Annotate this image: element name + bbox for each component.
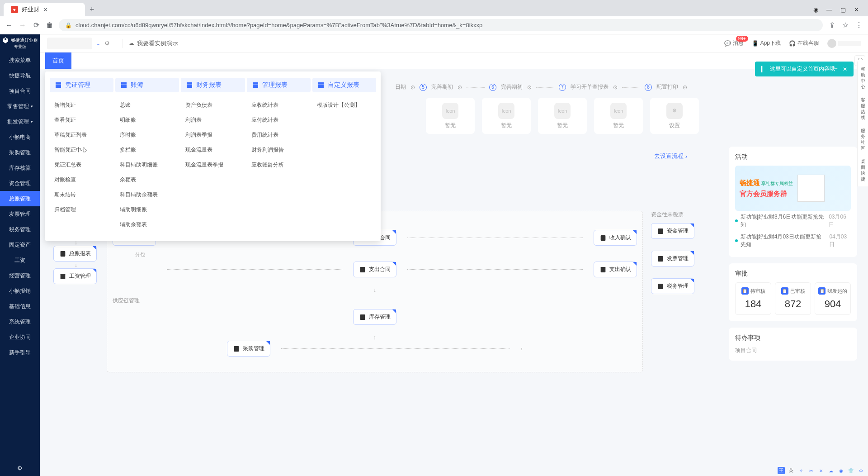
browser-tab[interactable]: ♥ 好业财 ✕ [4, 3, 85, 16]
star-icon[interactable]: ☆ [841, 21, 850, 29]
sidebar-item[interactable]: 小畅报销 [0, 283, 40, 299]
mega-category-header[interactable]: 自定义报表 [312, 78, 376, 92]
flow-node-tax-mgmt[interactable]: 税务管理 [651, 278, 694, 294]
url-input[interactable]: 🔒 cloud.chanjet.com/cc/u6d89qwnryel/57bf… [59, 19, 823, 31]
customer-service-button[interactable]: 🎧 在线客服 [789, 39, 819, 47]
user-menu[interactable] [827, 39, 861, 48]
tip-close-icon[interactable]: ✕ [843, 66, 847, 72]
tray-icon[interactable]: ◉ [837, 467, 844, 474]
brand-logo[interactable]: 畅捷通好业财 专业版 [0, 34, 40, 52]
org-selector[interactable]: ⌄ ⚙ [40, 38, 117, 49]
mega-menu-item[interactable]: 明细账 [115, 113, 179, 128]
close-window-icon[interactable]: ✕ [854, 6, 859, 13]
mega-menu-item[interactable]: 资产负债表 [181, 98, 245, 113]
gear-icon[interactable]: ⚙ [104, 40, 110, 47]
mega-menu-item[interactable]: 查看凭证 [50, 113, 113, 128]
sidebar-item[interactable]: 批发管理▾ [0, 114, 40, 129]
sidebar-item[interactable]: 采购管理 [0, 145, 40, 160]
mega-menu-item[interactable]: 新增凭证 [50, 98, 113, 113]
mega-menu-item[interactable]: 利润表季报 [181, 128, 245, 143]
forward-icon[interactable]: → [18, 21, 27, 29]
sidebar-item[interactable]: 企业协同 [0, 329, 40, 345]
mega-menu-item[interactable]: 财务利润报告 [247, 143, 311, 157]
sidebar-item[interactable]: 项目合同 [0, 83, 40, 99]
tray-icon[interactable]: ✧ [797, 467, 805, 474]
app-download-button[interactable]: 📱 App下载 [752, 39, 781, 47]
mega-menu-item[interactable]: 余额表 [115, 172, 179, 187]
messages-button[interactable]: 💬 消息 99+ [724, 39, 744, 47]
sidebar-item[interactable]: 经营管理 [0, 268, 40, 283]
sidebar-item[interactable]: 税务管理 [0, 222, 40, 237]
mega-menu-item[interactable]: 费用统计表 [247, 128, 311, 143]
share-icon[interactable]: ⇪ [827, 21, 836, 29]
mega-menu-item[interactable]: 利润表 [181, 113, 245, 128]
flow-node-inventory[interactable]: 库存管理 [353, 309, 396, 325]
mega-category-header[interactable]: 财务报表 [181, 78, 245, 92]
mega-category-header[interactable]: 管理报表 [247, 78, 311, 92]
mega-menu-item[interactable]: 应收账龄分析 [247, 157, 311, 172]
rail-item[interactable]: 帮助中心 [859, 64, 867, 91]
flow-node-fund-mgmt[interactable]: 资金管理 [651, 223, 694, 239]
mega-menu-item[interactable]: 应收统计表 [247, 98, 311, 113]
sidebar-item[interactable]: 库存核算 [0, 160, 40, 176]
tray-icon[interactable]: 👕 [847, 467, 854, 474]
menu-icon[interactable]: ⋮ [854, 21, 863, 29]
rail-item[interactable]: 桌面快捷 [859, 157, 867, 184]
minimize-icon[interactable]: — [826, 6, 832, 13]
sidebar-item[interactable]: 基础信息 [0, 299, 40, 314]
mega-menu-item[interactable]: 辅助余额表 [115, 217, 179, 232]
settings-dot-icon[interactable]: ◉ [813, 6, 818, 13]
mega-menu-item[interactable]: 期末结转 [50, 187, 113, 202]
mega-menu-item[interactable]: 应付统计表 [247, 113, 311, 128]
mega-menu-item[interactable]: 现金流量表 [181, 143, 245, 157]
sidebar-item[interactable]: 资金管理 [0, 176, 40, 191]
flow-node-gl-report[interactable]: 总账报表 [53, 246, 97, 262]
mega-menu-item[interactable]: 凭证汇总表 [50, 157, 113, 172]
promo-banner[interactable]: 畅捷通 享社群专属权益 官方会员服务群 [735, 166, 851, 211]
sidebar-item[interactable]: 新手引导 [0, 345, 40, 360]
quick-card-empty[interactable]: Icon暂无 [538, 98, 587, 134]
tab-home[interactable]: 首页 [45, 52, 71, 69]
tray-icon[interactable]: ⚙ [857, 467, 864, 474]
sidebar-item[interactable]: 零售管理▾ [0, 99, 40, 114]
mega-menu-item[interactable]: 智能凭证中心 [50, 143, 113, 157]
mega-menu-item[interactable]: 对账检查 [50, 172, 113, 187]
flow-node-salary[interactable]: 工资管理 [53, 268, 97, 284]
quick-card-empty[interactable]: Icon暂无 [482, 98, 531, 134]
flow-node-purchase[interactable]: 采购管理 [227, 341, 270, 357]
sidebar-item[interactable]: 发票管理 [0, 206, 40, 222]
quick-card-empty[interactable]: Icon暂无 [594, 98, 643, 134]
mega-menu-item[interactable]: 辅助明细账 [115, 202, 179, 217]
tray-ime-icon[interactable]: 英 [788, 467, 795, 474]
approval-card[interactable]: 📋待审核184 [735, 282, 771, 315]
approval-card[interactable]: 📋已审核872 [775, 282, 811, 315]
tab-close-icon[interactable]: ✕ [43, 6, 48, 13]
sidebar-settings-icon[interactable]: ⚙ [0, 460, 40, 476]
tray-icon[interactable]: 王 [778, 467, 785, 474]
sidebar-item[interactable]: 总账管理 [0, 191, 40, 206]
quick-card-settings[interactable]: ⚙设置 [650, 98, 699, 134]
flow-node-expense-contract[interactable]: 支出合同 [353, 262, 396, 277]
new-tab-button[interactable]: + [90, 5, 94, 14]
approval-card[interactable]: 📋我发起的904 [815, 282, 851, 315]
rail-item[interactable]: 客服热线 [859, 95, 867, 122]
delete-icon[interactable]: 🗑 [45, 21, 54, 29]
tray-icon[interactable]: ✕ [817, 467, 825, 474]
mega-category-header[interactable]: 凭证管理 [50, 78, 113, 92]
sidebar-item[interactable]: 固定资产 [0, 237, 40, 252]
mega-menu-item[interactable]: 模版设计【公测】 [312, 98, 376, 113]
sidebar-item[interactable]: 系统管理 [0, 314, 40, 329]
news-item[interactable]: 新功能|好业财3月6日功能更新抢先知03月06日 [735, 211, 851, 231]
sidebar-item[interactable]: 工资 [0, 252, 40, 268]
reload-icon[interactable]: ⟳ [32, 21, 41, 29]
mega-category-header[interactable]: 账簿 [115, 78, 179, 92]
mega-menu-item[interactable]: 现金流量表季报 [181, 157, 245, 172]
maximize-icon[interactable]: ▢ [840, 6, 846, 13]
sidebar-item[interactable]: 小畅电商 [0, 129, 40, 145]
mega-menu-item[interactable]: 归档管理 [50, 202, 113, 217]
back-icon[interactable]: ← [5, 21, 14, 29]
tray-icon[interactable]: ✂ [807, 467, 815, 474]
mega-menu-item[interactable]: 多栏账 [115, 143, 179, 157]
sidebar-item[interactable]: 搜索菜单 [0, 52, 40, 68]
flow-node-income-confirm[interactable]: 收入确认 [594, 230, 637, 246]
